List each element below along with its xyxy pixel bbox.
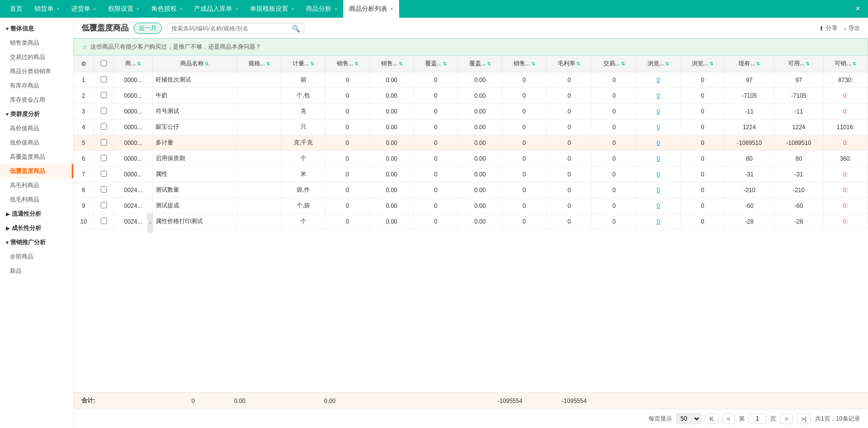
- nav-product-analysis-list[interactable]: 商品分析列表 ×: [343, 0, 399, 18]
- col-current-stock[interactable]: 现有...⇅: [725, 56, 774, 72]
- close-icon[interactable]: ×: [136, 6, 139, 12]
- close-icon[interactable]: ×: [291, 6, 294, 12]
- sidebar-item-stocked-goods[interactable]: 有库存商品: [0, 79, 73, 93]
- row-select-checkbox[interactable]: [101, 76, 107, 83]
- row-checkbox[interactable]: [94, 182, 114, 198]
- row-select-checkbox[interactable]: [101, 202, 107, 208]
- page-number-input[interactable]: [749, 414, 766, 424]
- row-browse1[interactable]: 0: [636, 182, 680, 198]
- row-browse1[interactable]: 0: [636, 214, 680, 229]
- row-checkbox[interactable]: [94, 135, 114, 151]
- row-select-checkbox[interactable]: [101, 218, 107, 224]
- row-select-checkbox[interactable]: [101, 108, 107, 114]
- row-select-checkbox[interactable]: [101, 123, 107, 130]
- close-icon[interactable]: ×: [334, 6, 337, 12]
- close-icon[interactable]: ×: [235, 6, 238, 12]
- search-input[interactable]: [171, 25, 292, 32]
- row-checkbox[interactable]: [94, 198, 114, 214]
- row-select-checkbox[interactable]: [101, 139, 107, 145]
- row-select-checkbox[interactable]: [101, 155, 107, 161]
- nav-product-analysis[interactable]: 商品分析 ×: [300, 0, 343, 18]
- sidebar-section-marketing[interactable]: ▾ 营销推广分析: [0, 235, 73, 250]
- time-filter-button[interactable]: 近一月: [134, 23, 162, 34]
- col-sales-qty[interactable]: 销售...⇅: [326, 56, 370, 72]
- col-sales3[interactable]: 销售...⇅: [502, 56, 546, 72]
- row-sales3: 0: [502, 104, 546, 119]
- row-transaction: 0: [592, 135, 636, 151]
- sidebar-item-low-coverage[interactable]: 低覆盖度商品: [0, 164, 73, 178]
- col-unit[interactable]: 计量...⇅: [281, 56, 326, 72]
- sidebar-section-growth[interactable]: ▶ 成长性分析: [0, 221, 73, 235]
- col-sales-amount[interactable]: 销售...⇅: [370, 56, 414, 72]
- prev-page-button[interactable]: <: [722, 414, 735, 424]
- row-select-checkbox[interactable]: [101, 186, 107, 193]
- sidebar-item-new-goods[interactable]: 新品: [0, 264, 73, 278]
- col-code[interactable]: 商...⇅: [114, 56, 152, 72]
- nav-sales-order[interactable]: 销货单 ×: [28, 0, 65, 18]
- close-icon[interactable]: ×: [180, 6, 183, 12]
- sidebar-item-all-goods[interactable]: 全部商品: [0, 250, 73, 264]
- table-row: 4 0000... 眼宝公仔 只 0 0.00 0 0.00 0 0 0 0 0…: [74, 119, 868, 135]
- nav-template-settings[interactable]: 单据模板设置 ×: [244, 0, 300, 18]
- row-select-checkbox[interactable]: [101, 171, 107, 177]
- col-spec[interactable]: 规格...⇅: [237, 56, 281, 72]
- next-page-button[interactable]: >: [780, 414, 793, 424]
- row-browse1[interactable]: 0: [636, 88, 680, 104]
- col-browse1[interactable]: 浏览...⇅: [636, 56, 680, 72]
- share-button[interactable]: ⬆ 分享: [819, 24, 838, 32]
- per-page-select[interactable]: 50 10 20 100: [676, 413, 701, 424]
- row-checkbox[interactable]: [94, 88, 114, 104]
- col-gear[interactable]: ⚙: [74, 56, 94, 72]
- row-browse1[interactable]: 0: [636, 119, 680, 135]
- row-checkbox[interactable]: [94, 167, 114, 182]
- sidebar-item-category-turnover[interactable]: 商品分类动销率: [0, 64, 73, 79]
- row-browse1[interactable]: 0: [636, 198, 680, 214]
- sidebar-item-high-value[interactable]: 高价值商品: [0, 121, 73, 136]
- close-icon[interactable]: ×: [390, 6, 393, 12]
- row-browse1[interactable]: 0: [636, 72, 680, 88]
- sidebar-item-high-margin[interactable]: 高毛利商品: [0, 178, 73, 193]
- nav-production-stock[interactable]: 产成品入库单 ×: [188, 0, 244, 18]
- row-checkbox[interactable]: [94, 119, 114, 135]
- sidebar-section-circulation[interactable]: ▶ 流通性分析: [0, 207, 73, 221]
- close-icon[interactable]: ×: [93, 6, 96, 12]
- first-page-button[interactable]: K: [705, 414, 718, 424]
- sidebar-section-overall[interactable]: ▾ 整体信息: [0, 22, 73, 36]
- col-available-stock[interactable]: 可用...⇅: [774, 56, 824, 72]
- nav-purchase-order[interactable]: 进货单 ×: [65, 0, 102, 18]
- row-select-checkbox[interactable]: [101, 92, 107, 98]
- row-browse1[interactable]: 0: [636, 151, 680, 167]
- sidebar-item-low-margin[interactable]: 低毛利商品: [0, 193, 73, 207]
- row-browse1[interactable]: 0: [636, 167, 680, 182]
- sidebar-item-traded-goods[interactable]: 交易过的商品: [0, 50, 73, 64]
- sidebar-item-low-value[interactable]: 低价值商品: [0, 136, 73, 150]
- col-sellable[interactable]: 可销...⇅: [823, 56, 868, 72]
- col-transaction[interactable]: 交易...⇅: [592, 56, 636, 72]
- window-close-button[interactable]: ×: [852, 4, 864, 13]
- row-checkbox[interactable]: [94, 151, 114, 167]
- last-page-button[interactable]: >|: [797, 414, 811, 424]
- row-browse1[interactable]: 0: [636, 135, 680, 151]
- col-gross-margin[interactable]: 毛利率⇅: [546, 56, 592, 72]
- col-coverage1[interactable]: 覆盖...⇅: [414, 56, 458, 72]
- nav-home[interactable]: 首页: [4, 0, 28, 18]
- sidebar-collapse-button[interactable]: «: [147, 213, 153, 233]
- sidebar-item-high-coverage[interactable]: 高覆盖度商品: [0, 150, 73, 164]
- close-icon[interactable]: ×: [56, 6, 59, 12]
- col-coverage2[interactable]: 覆盖...⇅: [458, 56, 502, 72]
- nav-permission-settings[interactable]: 权限设置 ×: [102, 0, 145, 18]
- col-browse2[interactable]: 浏览...⇅: [680, 56, 725, 72]
- select-all-checkbox[interactable]: [101, 60, 107, 66]
- sidebar-section-cluster[interactable]: ▾ 类群度分析: [0, 107, 73, 121]
- sidebar-item-sales-goods[interactable]: 销售类商品: [0, 36, 73, 50]
- row-browse1[interactable]: 0: [636, 104, 680, 119]
- row-checkbox[interactable]: [94, 104, 114, 119]
- row-checkbox[interactable]: [94, 72, 114, 88]
- search-icon[interactable]: 🔍: [292, 25, 300, 32]
- sidebar-item-stock-capital[interactable]: 库存资金占用: [0, 93, 73, 107]
- col-name[interactable]: 商品名称⇅: [152, 56, 237, 72]
- export-button[interactable]: ↓ 导出: [843, 24, 860, 32]
- nav-role-auth[interactable]: 角色授权 ×: [145, 0, 189, 18]
- row-checkbox[interactable]: [94, 214, 114, 229]
- col-checkbox[interactable]: [94, 56, 114, 72]
